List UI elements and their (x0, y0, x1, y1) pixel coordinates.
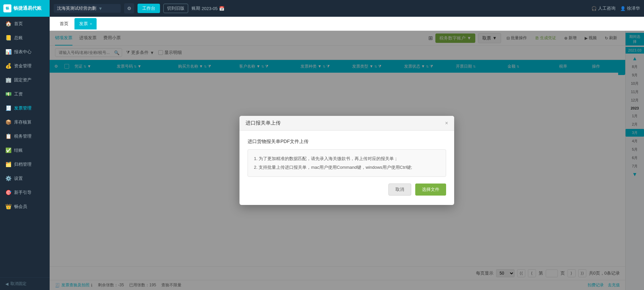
modal-close-button[interactable]: × (445, 121, 448, 126)
tab-invoice[interactable]: 发票 × (74, 18, 97, 29)
sidebar-item-capital[interactable]: 💰 资金管理 (0, 59, 50, 73)
sidebar-item-label: 畅会员 (14, 204, 27, 210)
invoice-icon: 🧾 (5, 105, 11, 111)
sidebar-item-label: 归档管理 (14, 161, 32, 167)
sidebar-item-ledger[interactable]: 📒 总账 (0, 31, 50, 45)
modal-overlay: 进口报关单上传 × 进口货物报关单PDF文件上传 1. 为了更加精准的数据匹配，… (50, 31, 644, 290)
sidebar-item-archive[interactable]: 🗂️ 归档管理 (0, 157, 50, 171)
sidebar-item-label: 设置 (14, 175, 23, 182)
sidebar-item-label: 固定资产 (14, 77, 32, 83)
tax-icon: 📋 (5, 133, 11, 139)
sidebar-item-settings[interactable]: ⚙️ 设置 (0, 171, 50, 186)
sidebar-item-guide[interactable]: 🎯 新手引导 (0, 186, 50, 200)
tab-home[interactable]: 首页 (55, 18, 73, 29)
company-chevron-icon: ▼ (98, 6, 103, 11)
sidebar-item-inventory[interactable]: 📦 库存核算 (0, 115, 50, 129)
guide-icon: 🎯 (5, 190, 11, 196)
member-icon: 👑 (5, 204, 11, 210)
sidebar-item-label: 报表中心 (14, 49, 32, 55)
company-name: 沈海英测试经营勿删 (57, 5, 96, 11)
content-area: 销项发票 进项发票 费用小票 ⊞ 税务数字账户 ▼ 取票 ▼ ⊟ (50, 31, 644, 290)
pin-icon: ◀ (5, 282, 8, 286)
modal-title: 进口报关单上传 (246, 120, 281, 126)
asset-icon: 🏢 (5, 77, 11, 83)
modal-info-item-1: 1. 为了更加精准的数据匹配，请先录入海关缴款书，再上传对应的报关单； (254, 154, 440, 163)
oldver-button[interactable]: 切到旧版 (163, 4, 188, 13)
sidebar-item-report[interactable]: 📊 报表中心 (0, 45, 50, 59)
sidebar-item-label: 资金管理 (14, 63, 32, 69)
sidebar-item-label: 结账 (14, 147, 23, 153)
report-icon: 📊 (5, 49, 11, 55)
headset-icon: 🎧 (591, 6, 597, 11)
close-period-icon: ✅ (5, 147, 11, 153)
import-customs-modal: 进口报关单上传 × 进口货物报关单PDF文件上传 1. 为了更加精准的数据匹配，… (239, 116, 454, 205)
modal-footer: 取消 选择文件 (248, 184, 446, 198)
sidebar-item-label: 总账 (14, 35, 23, 41)
modal-select-file-button[interactable]: 选择文件 (415, 184, 446, 196)
help-button[interactable]: 🎧 人工咨询 (591, 5, 615, 11)
nav-tabs: 首页 发票 × (50, 17, 644, 31)
app-logo: 畅 畅捷通易代账 (0, 0, 50, 17)
modal-info-box: 1. 为了更加精准的数据匹配，请先录入海关缴款书，再上传对应的报关单； 2. 支… (248, 149, 446, 177)
salary-icon: 💵 (5, 91, 11, 97)
inventory-icon: 📦 (5, 119, 11, 125)
capital-icon: 💰 (5, 63, 11, 69)
calendar-icon: 📅 (219, 6, 224, 11)
sidebar-item-tax[interactable]: 📋 税务管理 (0, 129, 50, 143)
sidebar-item-label: 税务管理 (14, 133, 32, 139)
modal-header: 进口报关单上传 × (239, 116, 454, 131)
sidebar-item-salary[interactable]: 💵 工资 (0, 87, 50, 101)
period-display: 账期 2023-05 📅 (192, 5, 224, 11)
ledger-icon: 📒 (5, 35, 11, 41)
sidebar-item-asset[interactable]: 🏢 固定资产 (0, 73, 50, 87)
sidebar-item-close[interactable]: ✅ 结账 (0, 143, 50, 157)
sidebar-item-label: 首页 (14, 21, 23, 27)
user-avatar-icon: 👤 (620, 6, 626, 11)
sidebar-item-label: 工资 (14, 91, 23, 97)
sidebar-item-member[interactable]: 👑 畅会员 (0, 200, 50, 214)
modal-info-item-2: 2. 支持批量上传进口报关单，mac用户使用Command键，windows用户… (254, 163, 440, 172)
logo-icon: 畅 (3, 4, 11, 12)
worktable-button[interactable]: 工作台 (138, 4, 160, 13)
topbar: 沈海英测试经营勿删 ▼ ⚙ 工作台 切到旧版 账期 2023-05 📅 🎧 人工… (50, 0, 644, 17)
modal-section-title: 进口货物报关单PDF文件上传 (248, 139, 446, 145)
tab-close-icon[interactable]: × (90, 22, 92, 26)
sidebar-item-home[interactable]: 🏠 首页 (0, 17, 50, 31)
unpin-button[interactable]: ◀ 取消固定 (0, 277, 50, 290)
sidebar-item-invoice[interactable]: 🧾 发票管理 (0, 101, 50, 115)
sidebar: 畅 畅捷通易代账 🏠 首页 📒 总账 📊 报表中心 💰 资金管理 🏢 固定资产 … (0, 0, 50, 290)
user-menu[interactable]: 👤 徐泽华 (620, 5, 640, 11)
sidebar-item-label: 发票管理 (14, 105, 32, 111)
modal-cancel-button[interactable]: 取消 (388, 184, 411, 196)
sidebar-item-label: 新手引导 (14, 190, 32, 196)
topbar-right: 🎧 人工咨询 👤 徐泽华 (591, 5, 640, 11)
archive-icon: 🗂️ (5, 161, 11, 167)
home-icon: 🏠 (5, 21, 11, 27)
settings-icon: ⚙️ (5, 175, 11, 182)
app-name: 畅捷通易代账 (13, 5, 42, 11)
company-selector[interactable]: 沈海英测试经营勿删 ▼ (54, 4, 121, 13)
main-area: 沈海英测试经营勿删 ▼ ⚙ 工作台 切到旧版 账期 2023-05 📅 🎧 人工… (50, 0, 644, 290)
sidebar-item-label: 库存核算 (14, 119, 32, 125)
modal-body: 进口货物报关单PDF文件上传 1. 为了更加精准的数据匹配，请先录入海关缴款书，… (239, 131, 454, 205)
company-settings-button[interactable]: ⚙ (124, 3, 134, 13)
